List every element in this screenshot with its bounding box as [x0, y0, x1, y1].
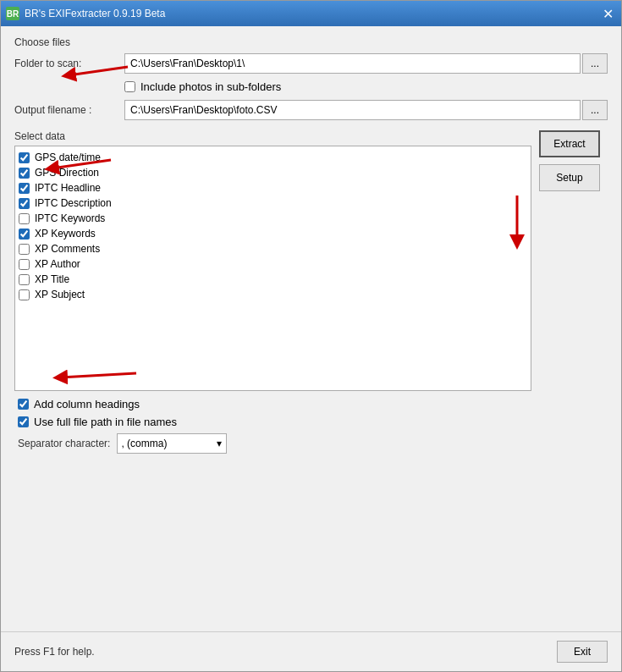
title-bar-text: BR's EXIFextracter 0.9.19 Beta — [25, 8, 599, 19]
add-column-headings-label: Add column headings — [34, 398, 140, 410]
main-window: BR BR's EXIFextracter 0.9.19 Beta ✕ Choo… — [0, 0, 622, 672]
output-browse-button[interactable]: ... — [582, 100, 608, 120]
include-subfolders-checkbox[interactable] — [124, 81, 135, 92]
separator-label: Separator character: — [18, 438, 110, 449]
main-area: Select data GPS date/timeGPS DirectionIP… — [14, 130, 608, 621]
list-item: IPTC Keywords — [19, 211, 527, 226]
include-subfolders-label: Include photos in sub-folders — [140, 80, 281, 93]
title-bar: BR BR's EXIFextracter 0.9.19 Beta ✕ — [1, 1, 621, 26]
bottom-options: Add column headings Use full file path i… — [14, 398, 531, 454]
setup-button[interactable]: Setup — [539, 164, 600, 191]
full-file-path-checkbox[interactable] — [18, 416, 29, 427]
add-column-headings-checkbox[interactable] — [18, 399, 29, 410]
list-item-checkbox-2[interactable] — [19, 183, 30, 194]
add-column-headings-row: Add column headings — [18, 398, 531, 410]
output-label: Output filename : — [14, 104, 124, 116]
folder-input[interactable] — [124, 53, 581, 74]
list-item-checkbox-9[interactable] — [19, 289, 30, 300]
footer: Press F1 for help. Exit — [1, 631, 621, 671]
extract-button[interactable]: Extract — [539, 130, 600, 157]
data-list-box[interactable]: GPS date/timeGPS DirectionIPTC HeadlineI… — [14, 146, 531, 391]
left-panel: Select data GPS date/timeGPS DirectionIP… — [14, 130, 531, 621]
full-file-path-label: Use full file path in file names — [34, 416, 177, 428]
list-item-checkbox-6[interactable] — [19, 244, 30, 255]
choose-files-label: Choose files — [14, 36, 608, 48]
list-item: XP Subject — [19, 287, 527, 302]
list-item: XP Title — [19, 272, 527, 287]
content-area: Choose files Folder to scan: ... Include… — [1, 26, 621, 631]
include-subfolders-row: Include photos in sub-folders — [124, 80, 608, 93]
right-panel: Extract Setup — [531, 130, 608, 621]
app-icon: BR — [6, 7, 19, 20]
list-item-label-9: XP Subject — [35, 289, 85, 300]
list-item-checkbox-5[interactable] — [19, 229, 30, 240]
list-item-checkbox-0[interactable] — [19, 152, 30, 163]
list-item-label-2: IPTC Headline — [35, 182, 101, 194]
list-item-checkbox-8[interactable] — [19, 274, 30, 285]
help-text: Press F1 for help. — [14, 646, 95, 658]
list-item: XP Comments — [19, 241, 527, 256]
list-item-checkbox-7[interactable] — [19, 259, 30, 270]
list-item-label-0: GPS date/time — [35, 151, 101, 163]
list-item-checkbox-3[interactable] — [19, 198, 30, 209]
exit-button[interactable]: Exit — [557, 641, 608, 663]
list-item-label-4: IPTC Keywords — [35, 212, 105, 224]
full-file-path-row: Use full file path in file names — [18, 416, 531, 428]
separator-select[interactable]: , (comma); (semicolon)tab — [117, 433, 227, 454]
list-item-label-7: XP Author — [35, 258, 80, 270]
close-button[interactable]: ✕ — [599, 5, 616, 22]
list-item-label-8: XP Title — [35, 273, 69, 285]
folder-browse-button[interactable]: ... — [582, 53, 608, 74]
list-item: XP Author — [19, 256, 527, 272]
list-item: IPTC Headline — [19, 180, 527, 196]
list-item-checkbox-1[interactable] — [19, 168, 30, 179]
list-item-label-6: XP Comments — [35, 243, 100, 255]
list-item: IPTC Description — [19, 196, 527, 211]
list-item: GPS date/time — [19, 150, 527, 165]
select-data-label: Select data — [14, 130, 531, 142]
list-item: GPS Direction — [19, 165, 527, 180]
folder-row: Folder to scan: ... — [14, 53, 608, 74]
list-item-label-5: XP Keywords — [35, 228, 96, 240]
app-icon-text: BR — [7, 9, 19, 19]
folder-label: Folder to scan: — [14, 58, 124, 69]
output-input[interactable] — [124, 100, 581, 120]
separator-row: Separator character: , (comma); (semicol… — [18, 433, 531, 454]
list-item: XP Keywords — [19, 226, 527, 241]
list-item-checkbox-4[interactable] — [19, 213, 30, 224]
list-item-label-3: IPTC Description — [35, 197, 112, 209]
list-item-label-1: GPS Direction — [35, 167, 99, 179]
output-row: Output filename : ... — [14, 100, 608, 120]
separator-select-wrapper: , (comma); (semicolon)tab ▾ — [117, 433, 227, 454]
